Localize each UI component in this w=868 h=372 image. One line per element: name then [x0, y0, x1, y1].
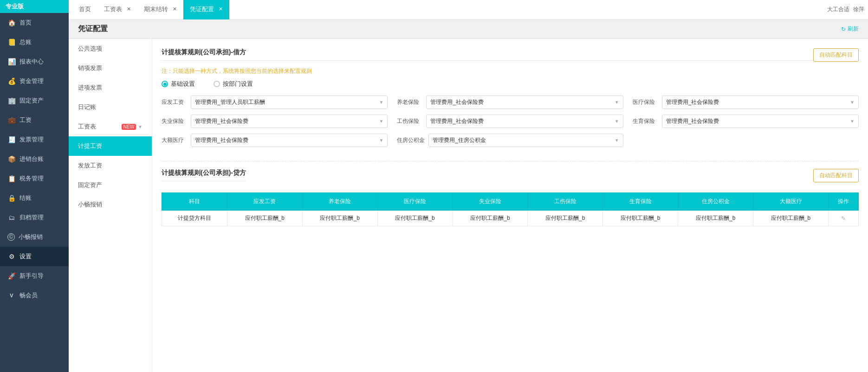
debit-auto-match-button[interactable]: 自动匹配科目 [813, 48, 859, 62]
credit-table: 科目 应发工资 养老保险 医疗保险 失业保险 工伤保险 生育保险 住房公积金 大… [162, 192, 859, 226]
maternity-chevron: ▼ [850, 119, 855, 124]
left-menu-purchase-invoice[interactable]: 进项发票 [69, 78, 152, 97]
th-major-medical: 大额医疗 [753, 193, 829, 211]
tab-period-close[interactable]: 期末结转 ✕ [137, 0, 183, 19]
maternity-label: 生育保险 [633, 117, 658, 125]
radio-basic[interactable]: 基础设置 [162, 80, 195, 88]
sidebar-item-close[interactable]: 🔒 结账 [0, 188, 69, 208]
left-menu-xiaochangbaoxiao[interactable]: 小畅报销 [69, 195, 152, 214]
credit-section-header: 计提核算规则(公司承担)-贷方 自动匹配科目 [162, 169, 859, 188]
tab-payroll-close[interactable]: ✕ [127, 6, 131, 12]
new-badge: NEW [122, 124, 136, 130]
th-apply-salary: 应发工资 [227, 193, 302, 211]
td-maternity-value: 应付职工薪酬_b [621, 215, 660, 221]
pension-chevron: ▼ [615, 100, 619, 105]
td-injury-value: 应付职工薪酬_b [545, 215, 585, 221]
td-unemployment: 应付职工薪酬_b [453, 211, 528, 226]
tab-voucher-config[interactable]: 凭证配置 ✕ [183, 0, 229, 19]
pension-label: 养老保险 [397, 98, 422, 106]
credit-auto-match-button[interactable]: 自动匹配科目 [813, 169, 859, 182]
td-housing-fund-value: 应付职工薪酬_b [696, 215, 735, 221]
td-medical-value: 应付职工薪酬_b [395, 215, 434, 221]
th-maternity: 生育保险 [603, 193, 678, 211]
tab-voucher-config-close[interactable]: ✕ [219, 6, 223, 12]
sidebar-item-funds[interactable]: 💰 资金管理 [0, 71, 69, 91]
topbar-right: 大工合适 徐萍 [827, 6, 864, 13]
expand-icon: ▼ [138, 124, 143, 129]
tab-home-label: 首页 [79, 5, 91, 13]
td-action[interactable]: ✎ [829, 211, 859, 226]
tax-icon: 📋 [7, 174, 16, 183]
medical-value: 管理费用_社会保险费 [666, 98, 850, 106]
home-icon: 🏠 [7, 19, 16, 27]
injury-select[interactable]: 管理费用_社会保险费 ▼ [426, 115, 623, 128]
medical-select[interactable]: 管理费用_社会保险费 ▼ [662, 96, 859, 109]
left-menu-sales-invoice[interactable]: 销项发票 [69, 58, 152, 78]
sidebar-item-ledger[interactable]: 📒 总账 [0, 32, 69, 52]
sidebar-item-assets[interactable]: 🏢 固定资产 [0, 91, 69, 110]
th-subject: 科目 [162, 193, 227, 211]
housing-fund-select[interactable]: 管理费用_住房公积金 ▼ [428, 134, 623, 147]
field-medical: 医疗保险 管理费用_社会保险费 ▼ [633, 96, 859, 109]
tab-payroll-label: 工资表 [104, 5, 122, 13]
left-menu-pay-salary[interactable]: 发放工资 [69, 156, 152, 175]
close-account-icon: 🔒 [7, 194, 16, 202]
sidebar-item-label: 发票管理 [19, 135, 44, 144]
apply-salary-value: 管理费用_管理人员职工薪酬 [195, 98, 379, 106]
refresh-button[interactable]: ↻ 刷新 [841, 25, 859, 33]
refresh-label: 刷新 [848, 25, 859, 33]
sidebar-item-label: 进销台账 [19, 155, 44, 163]
assets-icon: 🏢 [7, 96, 16, 105]
tab-home[interactable]: 首页 [72, 0, 97, 19]
left-menu-pay-salary-label: 发放工资 [78, 161, 102, 170]
unemployment-select[interactable]: 管理费用_社会保险费 ▼ [191, 115, 388, 128]
sidebar-item-settings[interactable]: ⚙ 设置 [0, 247, 69, 266]
main-area: 首页 工资表 ✕ 期末结转 ✕ 凭证配置 ✕ 大工合适 徐萍 凭证配置 ↻ 刷新 [69, 0, 868, 372]
credit-section: 计提核算规则(公司承担)-贷方 自动匹配科目 科目 应发工资 养老保险 医疗保险… [162, 169, 859, 226]
sidebar-item-inventory[interactable]: 📦 进销台账 [0, 149, 69, 169]
page-title: 凭证配置 [78, 24, 108, 34]
left-menu-xiaochangbaoxiao-label: 小畅报销 [78, 200, 102, 209]
sidebar-item-label: 报表中心 [19, 58, 44, 66]
maternity-select[interactable]: 管理费用_社会保险费 ▼ [662, 115, 859, 128]
apply-salary-select[interactable]: 管理费用_管理人员职工薪酬 ▼ [191, 96, 388, 109]
td-subject: 计提贷方科目 [162, 211, 227, 226]
sidebar-item-tax[interactable]: 📋 税务管理 [0, 169, 69, 188]
tab-period-close-close[interactable]: ✕ [173, 6, 177, 12]
sidebar-item-reports[interactable]: 📊 报表中心 [0, 52, 69, 71]
left-menu-public[interactable]: 公共选项 [69, 39, 152, 58]
sidebar-item-salary[interactable]: 💼 工资 [0, 110, 69, 130]
left-menu-journal[interactable]: 日记账 [69, 97, 152, 117]
radio-department[interactable]: 按部门设置 [214, 80, 253, 88]
debit-title-area: 计提核算规则(公司承担)-借方 注：只能选择一种方式，系统将按照您当前的选择来配… [162, 48, 813, 75]
left-menu: 公共选项 销项发票 进项发票 日记账 工资表 NEW ▼ 计提工资 [69, 39, 152, 372]
td-apply-salary-value: 应付职工薪酬_b [245, 215, 285, 221]
left-menu-calc-salary[interactable]: 计提工资 [69, 136, 152, 156]
radio-department-label: 按部门设置 [223, 80, 253, 88]
th-housing-fund: 住房公积金 [678, 193, 753, 211]
tab-voucher-config-label: 凭证配置 [190, 5, 214, 13]
sidebar-item-member[interactable]: V 畅会员 [0, 286, 69, 305]
injury-chevron: ▼ [615, 119, 619, 124]
sidebar-item-invoice[interactable]: 🧾 发票管理 [0, 130, 69, 149]
edit-icon[interactable]: ✎ [841, 215, 846, 222]
housing-fund-label: 住房公积金 [397, 136, 425, 144]
sidebar-item-label: 工资 [19, 116, 32, 124]
major-medical-select[interactable]: 管理费用_社会保险费 ▼ [191, 134, 388, 147]
sidebar-item-guide[interactable]: 🚀 新手引导 [0, 266, 69, 286]
radio-group: 基础设置 按部门设置 [162, 80, 859, 88]
pension-select[interactable]: 管理费用_社会保险费 ▼ [426, 96, 623, 109]
sidebar-item-archive[interactable]: 🗂 归档管理 [0, 208, 69, 227]
sidebar-item-xiaochangreport[interactable]: © 小畅报销 [0, 227, 69, 247]
tab-payroll[interactable]: 工资表 ✕ [97, 0, 137, 19]
field-injury: 工伤保险 管理费用_社会保险费 ▼ [397, 115, 623, 128]
sidebar-item-label: 设置 [19, 252, 32, 261]
credit-section-title: 计提核算规则(公司承担)-贷方 [162, 169, 246, 181]
right-content: 计提核算规则(公司承担)-借方 注：只能选择一种方式，系统将按照您当前的选择来配… [152, 39, 868, 372]
sidebar-item-home[interactable]: 🏠 首页 [0, 13, 69, 32]
th-pension: 养老保险 [302, 193, 377, 211]
debit-section-title: 计提核算规则(公司承担)-借方 [162, 48, 813, 61]
invoice-icon: 🧾 [7, 135, 16, 144]
left-menu-fixed-assets[interactable]: 固定资产 [69, 175, 152, 195]
left-menu-salary-table[interactable]: 工资表 NEW ▼ [69, 117, 152, 136]
